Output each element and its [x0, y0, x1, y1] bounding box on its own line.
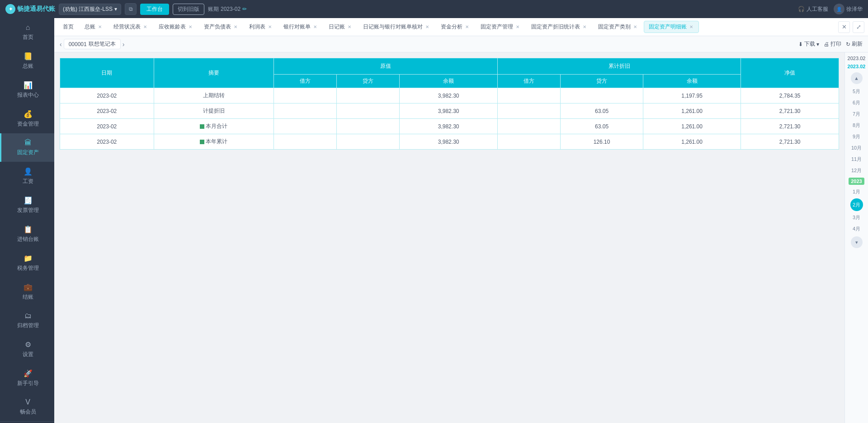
close-icon[interactable]: ✕ — [267, 24, 273, 30]
timeline-month-3[interactable]: 3月 — [845, 212, 868, 223]
close-icon[interactable]: ✕ — [142, 24, 148, 30]
scroll-down-button[interactable]: ▾ — [851, 236, 863, 248]
service-label: 人工客服 — [807, 5, 828, 13]
print-label: 打印 — [830, 40, 841, 48]
close-all-tabs-button[interactable]: ✕ — [838, 21, 850, 33]
switch-version-button[interactable]: 切到旧版 — [173, 4, 204, 15]
timeline-month-2-active[interactable]: 2月 — [850, 198, 863, 211]
tab-journal[interactable]: 日记账 ✕ — [324, 21, 357, 33]
close-icon[interactable]: ✕ — [689, 24, 694, 30]
tab-home[interactable]: 首页 — [58, 21, 79, 33]
timeline-month-6[interactable]: 6月 — [845, 97, 868, 108]
timeline-month-12[interactable]: 12月 — [845, 165, 868, 176]
edit-period-icon[interactable]: ✏ — [242, 6, 247, 12]
invoice-icon: 🧾 — [24, 196, 33, 205]
timeline-month-7[interactable]: 7月 — [845, 108, 868, 120]
sidebar-item-capital[interactable]: 💰 资金管理 — [0, 104, 54, 133]
guide-icon: 🚀 — [24, 369, 33, 378]
timeline-month-4[interactable]: 4月 — [845, 223, 868, 235]
period-info: 账期 2023-02 ✏ — [208, 5, 247, 13]
tab-check[interactable]: 日记账与银行对账单核对 ✕ — [358, 21, 435, 33]
sidebar-item-assets[interactable]: 🏛 固定资产 — [0, 133, 54, 162]
download-label: 下载 — [804, 40, 815, 48]
prev-nav-button[interactable]: ‹ — [60, 41, 62, 48]
close-icon[interactable]: ✕ — [632, 24, 638, 30]
timeline-month-5[interactable]: 5月 — [845, 86, 868, 97]
chevron-down-icon: ▾ — [114, 6, 117, 12]
tab-asset-mgmt[interactable]: 固定资产管理 ✕ — [476, 21, 525, 33]
sidebar-item-sales[interactable]: 📋 进销台账 — [0, 220, 54, 249]
close-icon[interactable]: ✕ — [425, 24, 430, 30]
tab-label: 首页 — [63, 23, 74, 31]
close-icon[interactable]: ✕ — [347, 24, 352, 30]
tab-bank[interactable]: 银行对账单 ✕ — [278, 21, 323, 33]
sidebar-item-label: 进销台账 — [17, 235, 39, 243]
sidebar-item-settings[interactable]: ⚙ 设置 — [0, 335, 54, 364]
next-nav-button[interactable]: › — [123, 41, 125, 48]
close-icon[interactable]: ✕ — [97, 24, 103, 30]
sidebar-item-tax[interactable]: 📁 税务管理 — [0, 249, 54, 277]
refresh-button[interactable]: ↻ 刷新 — [846, 40, 863, 48]
tab-receivable[interactable]: 应收账龄表 ✕ — [154, 21, 198, 33]
workspace-button[interactable]: 工作台 — [140, 4, 169, 15]
close-icon[interactable]: ✕ — [233, 24, 238, 30]
close-icon[interactable]: ✕ — [582, 24, 587, 30]
maximize-button[interactable]: ⤢ — [853, 21, 864, 33]
sidebar-item-settlement[interactable]: 💼 结账 — [0, 277, 54, 306]
sidebar-item-invoice[interactable]: 🧾 发票管理 — [0, 191, 54, 220]
sidebar-item-vip[interactable]: V 畅会员 — [0, 393, 54, 421]
cell-dep-balance: 1,261.00 — [643, 134, 741, 150]
tab-ledger[interactable]: 总账 ✕ — [80, 21, 108, 33]
sidebar-item-archive[interactable]: 🗂 归档管理 — [0, 306, 54, 335]
timeline-month-10[interactable]: 10月 — [845, 142, 868, 154]
cell-orig-debit — [274, 119, 336, 134]
close-icon[interactable]: ✕ — [515, 24, 520, 30]
cell-dep-credit: 63.05 — [561, 119, 643, 134]
cell-net-value: 2,721.30 — [741, 103, 839, 119]
tab-bar: 首页 总账 ✕ 经营状况表 ✕ 应收账龄表 ✕ 资产负债表 ✕ 利润表 ✕ — [54, 18, 868, 36]
cell-date: 2023-02 — [60, 88, 154, 103]
sidebar-item-payroll[interactable]: 👤 工资 — [0, 162, 54, 191]
close-icon[interactable]: ✕ — [188, 24, 193, 30]
tab-asset-type[interactable]: 固定资产类别 ✕ — [593, 21, 643, 33]
service-button[interactable]: 🎧 人工客服 — [798, 5, 828, 13]
timeline-month-1[interactable]: 1月 — [845, 186, 868, 197]
sidebar-item-reports[interactable]: 📊 报表中心 — [0, 75, 54, 104]
tab-label: 日记账与银行对账单核对 — [363, 23, 423, 31]
close-icon[interactable]: ✕ — [464, 24, 470, 30]
download-button[interactable]: ⬇ 下载 ▾ — [798, 40, 819, 48]
user-menu[interactable]: 👤 徐泽华 — [834, 4, 863, 14]
copy-button[interactable]: ⧉ — [125, 3, 137, 15]
unpin-sidebar-button[interactable]: ◀ 取消固定 — [0, 421, 54, 423]
sidebar-item-label: 新手引导 — [17, 380, 39, 387]
tab-asset-dep[interactable]: 固定资产折旧统计表 ✕ — [526, 21, 592, 33]
timeline-year-entry-2023-02-top: 2023.02 — [845, 54, 868, 62]
company-selector[interactable]: (劝勉) 江西服垒-LSS ▾ — [59, 4, 121, 15]
sales-icon: 📋 — [24, 225, 33, 234]
print-button[interactable]: 🖨 打印 — [824, 40, 841, 48]
logo-icon: ✦ — [5, 4, 15, 14]
sidebar-item-guide[interactable]: 🚀 新手引导 — [0, 364, 54, 393]
cell-date: 2023-02 — [60, 103, 154, 119]
timeline-month-11[interactable]: 11月 — [845, 154, 868, 165]
tab-balance[interactable]: 资产负债表 ✕ — [199, 21, 243, 33]
table-row: 2023-02 本月合计 3,982.30 63.0 — [60, 119, 839, 134]
scroll-up-button[interactable]: ▲ — [851, 72, 863, 84]
tab-management[interactable]: 经营状况表 ✕ — [108, 21, 153, 33]
sidebar-item-ledger[interactable]: 📒 总账 — [0, 47, 54, 75]
cell-net-value: 2,721.30 — [741, 134, 839, 150]
sidebar-item-home[interactable]: ⌂ 首页 — [0, 18, 54, 47]
close-icon[interactable]: ✕ — [312, 24, 318, 30]
cell-date: 2023-02 — [60, 134, 154, 150]
header-summary: 摘要 — [154, 58, 274, 88]
tab-asset-detail[interactable]: 固定资产明细账 ✕ — [644, 21, 699, 33]
header-dep-credit: 贷方 — [561, 75, 643, 88]
tab-profit[interactable]: 利润表 ✕ — [244, 21, 278, 33]
app-logo: ✦ 畅捷通易代账 — [5, 4, 55, 14]
tag-icon — [200, 124, 204, 129]
tab-label: 固定资产管理 — [481, 23, 513, 31]
tab-capital-analysis[interactable]: 资金分析 ✕ — [436, 21, 475, 33]
timeline-month-8[interactable]: 8月 — [845, 120, 868, 131]
timeline-month-9[interactable]: 9月 — [845, 131, 868, 142]
cell-orig-credit — [336, 88, 399, 103]
